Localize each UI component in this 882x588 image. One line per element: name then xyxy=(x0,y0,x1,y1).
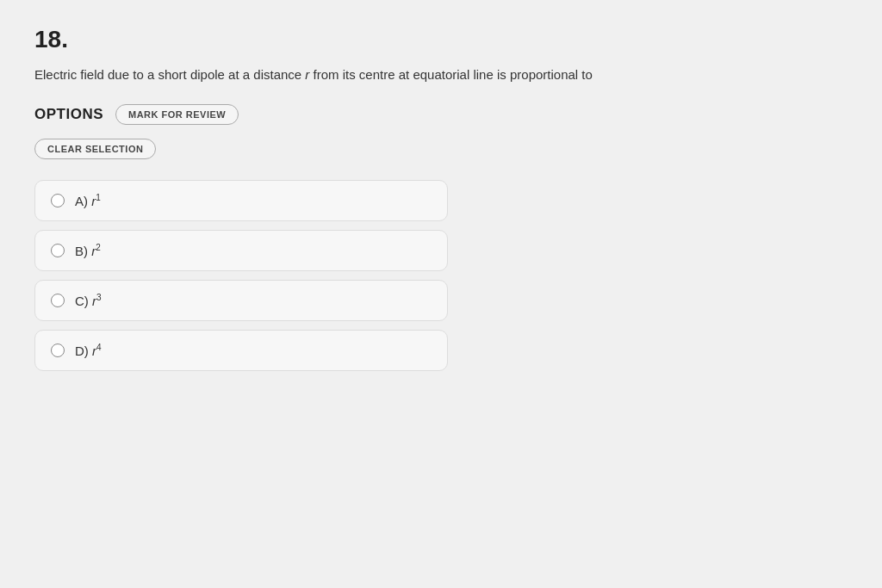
option-a-label: A) r1 xyxy=(75,193,101,208)
options-label: OPTIONS xyxy=(34,106,103,123)
option-d[interactable]: D) r4 xyxy=(34,330,448,371)
clear-selection-button[interactable]: CLEAR SELECTION xyxy=(34,139,156,159)
option-a[interactable]: A) r1 xyxy=(34,180,448,221)
question-text: Electric field due to a short dipole at … xyxy=(34,65,848,85)
radio-d[interactable] xyxy=(51,344,65,357)
option-c[interactable]: C) r3 xyxy=(34,280,448,321)
radio-a[interactable] xyxy=(51,194,65,207)
option-b[interactable]: B) r2 xyxy=(34,230,448,271)
option-b-label: B) r2 xyxy=(75,243,101,258)
question-number: 18. xyxy=(34,26,848,53)
option-c-label: C) r3 xyxy=(75,293,102,308)
radio-c[interactable] xyxy=(51,294,65,307)
mark-for-review-button[interactable]: MARK FOR REVIEW xyxy=(115,104,239,125)
option-d-label: D) r4 xyxy=(75,343,102,358)
radio-b[interactable] xyxy=(51,244,65,257)
options-list: A) r1 B) r2 C) r3 D) r4 xyxy=(34,180,448,371)
